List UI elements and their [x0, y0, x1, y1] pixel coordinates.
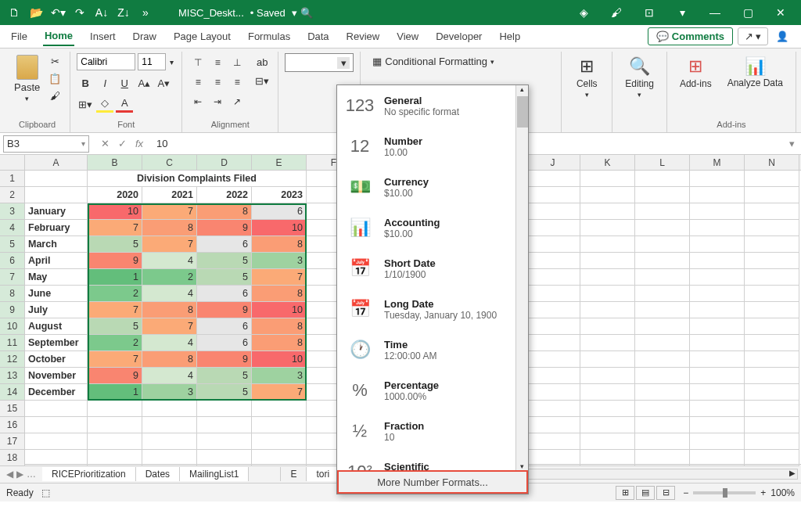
font-color-button[interactable]: A	[116, 95, 133, 113]
cell[interactable]: 6	[197, 286, 252, 302]
cell[interactable]	[142, 417, 197, 433]
cell[interactable]	[690, 286, 745, 302]
cell[interactable]	[745, 384, 799, 401]
cell[interactable]	[690, 384, 745, 401]
cell[interactable]: July	[25, 302, 88, 318]
cell[interactable]	[745, 171, 799, 187]
cell[interactable]: 8	[252, 335, 307, 351]
cell[interactable]: 7	[142, 236, 197, 253]
cell[interactable]	[252, 433, 307, 450]
cell[interactable]	[25, 171, 88, 187]
cell[interactable]	[635, 203, 690, 220]
tab-help[interactable]: Help	[497, 27, 522, 45]
cell[interactable]	[197, 433, 252, 450]
row-header[interactable]: 14	[0, 384, 25, 401]
cell[interactable]: 2	[88, 286, 142, 302]
cell[interactable]	[526, 433, 580, 450]
sheet-nav-prev-icon[interactable]: ◀	[6, 469, 13, 480]
cell[interactable]	[635, 450, 690, 466]
cell[interactable]	[635, 302, 690, 318]
align-top-icon[interactable]: ⊤	[189, 53, 207, 72]
cancel-icon[interactable]: ✕	[97, 138, 113, 149]
format-painter-icon[interactable]: 🖌	[46, 88, 63, 103]
tab-review[interactable]: Review	[345, 27, 382, 45]
sort-asc-icon[interactable]: A↓	[92, 3, 111, 22]
cell[interactable]: 9	[197, 220, 252, 236]
number-format-select[interactable]: ▾	[285, 53, 354, 72]
cell[interactable]: 5	[197, 368, 252, 384]
cell[interactable]	[526, 368, 580, 384]
cell[interactable]: September	[25, 335, 88, 351]
cell[interactable]	[635, 171, 690, 187]
cell[interactable]: 10	[252, 302, 307, 318]
cell[interactable]	[252, 417, 307, 433]
number-format-option[interactable]: 12 Number 10.00	[337, 126, 528, 167]
cell[interactable]: 5	[88, 236, 142, 253]
sheet-nav-more-icon[interactable]: …	[27, 469, 36, 480]
column-header[interactable]: D	[197, 155, 252, 170]
orientation-icon[interactable]: ↗	[228, 92, 246, 111]
cell[interactable]	[745, 253, 799, 269]
cell[interactable]	[252, 450, 307, 466]
cell[interactable]: 8	[252, 318, 307, 335]
cell[interactable]	[745, 220, 799, 236]
align-left-icon[interactable]: ≡	[189, 73, 207, 92]
cell[interactable]	[526, 401, 580, 417]
row-header[interactable]: 8	[0, 286, 25, 302]
cell[interactable]	[745, 368, 799, 384]
cell[interactable]	[745, 401, 799, 417]
cell[interactable]: 5	[197, 269, 252, 286]
cell[interactable]: 2023	[252, 187, 307, 203]
fill-color-button[interactable]: ◇	[96, 95, 113, 113]
cell[interactable]	[635, 351, 690, 368]
column-header[interactable]: C	[142, 155, 197, 170]
normal-view-icon[interactable]: ⊞	[616, 486, 634, 500]
cell[interactable]	[25, 433, 88, 450]
cell[interactable]: 7	[88, 220, 142, 236]
cell[interactable]	[635, 318, 690, 335]
number-format-option[interactable]: 📊 Accounting $10.00	[337, 207, 528, 248]
cell[interactable]	[690, 269, 745, 286]
column-header[interactable]: J	[526, 155, 580, 170]
cell[interactable]: 2021	[142, 187, 197, 203]
indent-increase-icon[interactable]: ⇥	[208, 92, 227, 111]
addins-button[interactable]: ⊞ Add-ins	[673, 53, 718, 120]
cell[interactable]	[526, 335, 580, 351]
editing-button[interactable]: 🔍 Editing ▾	[619, 53, 660, 102]
copy-icon[interactable]: 📋	[46, 70, 63, 86]
cell[interactable]	[745, 286, 799, 302]
cell[interactable]	[142, 450, 197, 466]
user-icon[interactable]: 👤	[773, 31, 792, 42]
expand-formula-icon[interactable]: ▾	[783, 138, 801, 149]
tab-insert[interactable]: Insert	[88, 27, 117, 45]
cell[interactable]: 6	[252, 203, 307, 220]
macro-record-icon[interactable]: ⬚	[41, 487, 50, 498]
cell[interactable]	[580, 302, 635, 318]
minimize-icon[interactable]: —	[699, 2, 731, 23]
sheet-tab[interactable]: tori	[307, 467, 339, 481]
number-format-option[interactable]: 📅 Short Date 1/10/1900	[337, 248, 528, 289]
cell[interactable]: 7	[252, 384, 307, 401]
cell[interactable]	[580, 253, 635, 269]
search-icon[interactable]: 🔍	[297, 7, 316, 19]
align-right-icon[interactable]: ≡	[228, 73, 246, 92]
cell[interactable]	[635, 417, 690, 433]
align-middle-icon[interactable]: ≡	[208, 53, 227, 72]
row-header[interactable]: 15	[0, 401, 25, 417]
font-name-select[interactable]	[77, 53, 135, 70]
cell[interactable]	[580, 351, 635, 368]
tab-formulas[interactable]: Formulas	[246, 27, 292, 45]
cell[interactable]	[635, 187, 690, 203]
cell[interactable]: 2	[142, 269, 197, 286]
cell[interactable]: 8	[142, 351, 197, 368]
cell[interactable]	[88, 450, 142, 466]
redo-icon[interactable]: ↷	[70, 3, 89, 22]
zoom-in-icon[interactable]: +	[760, 487, 766, 498]
cell[interactable]: 7	[88, 302, 142, 318]
row-header[interactable]: 13	[0, 368, 25, 384]
cell[interactable]	[197, 450, 252, 466]
analyze-button[interactable]: 📊 Analyze Data	[721, 53, 789, 120]
cell[interactable]: August	[25, 318, 88, 335]
cell[interactable]	[197, 401, 252, 417]
open-icon[interactable]: 📂	[27, 3, 45, 22]
